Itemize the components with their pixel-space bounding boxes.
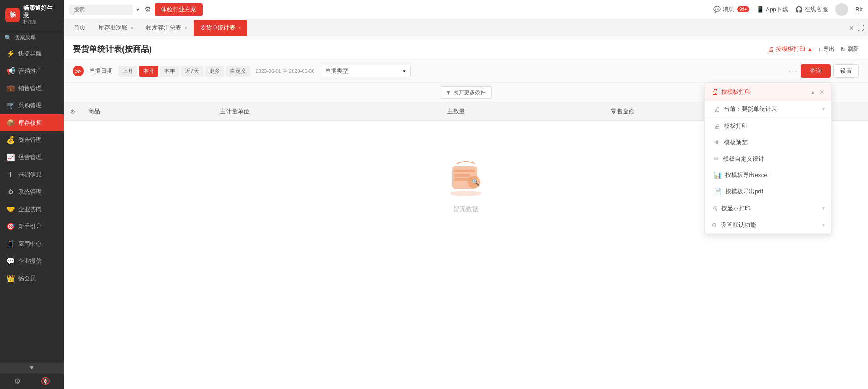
refresh-btn[interactable]: ↻ 刷新 <box>840 45 859 53</box>
tab-window-close-btn[interactable]: × <box>849 24 853 32</box>
topbar-messages[interactable]: 💬 消息 99+ <box>713 5 749 14</box>
apps-icon: 📱 <box>6 240 15 248</box>
table-col-qty: 主数量 <box>441 103 604 121</box>
dropdown-item-template-design[interactable]: ✏ 模板自定义设计 <box>705 151 831 167</box>
tab-close-3[interactable]: × <box>238 25 241 30</box>
template-preview-label: 模板预览 <box>724 138 825 147</box>
topbar-dropdown-btn[interactable]: ▾ <box>136 6 139 13</box>
sidebar-item-basic[interactable]: ℹ 基础信息 <box>0 166 64 183</box>
filter-settings-btn[interactable]: 设置 <box>833 64 859 78</box>
sidebar-item-label: 经营管理 <box>18 153 42 162</box>
empty-text: 暂无数据 <box>453 205 479 213</box>
dropdown-chevron-btn[interactable]: ▲ <box>810 89 816 96</box>
system-icon: ⚙ <box>6 188 15 196</box>
date-last-month-btn[interactable]: 上月 <box>118 66 137 77</box>
sidebar-item-enterprise[interactable]: 🤝 企业协同 <box>0 201 64 218</box>
tabs-bar: 首页 库存批次账 × 收发存汇总表 × 要货单统计表 × × ⛶ <box>64 19 868 37</box>
topbar-online-service[interactable]: 🎧 在线客服 <box>795 5 828 14</box>
tab-window-max-btn[interactable]: ⛶ <box>857 24 864 32</box>
filter-right-actions: ··· 查询 设置 <box>788 64 859 78</box>
sidebar-item-sales[interactable]: 💼 销售管理 <box>0 80 64 97</box>
messages-icon: 💬 <box>713 6 721 13</box>
export-label: 导出 <box>823 45 835 53</box>
sidebar-item-purchase[interactable]: 🛒 采购管理 <box>0 97 64 114</box>
query-btn[interactable]: 查询 <box>801 64 831 78</box>
tab-receipt-summary-label: 收发存汇总表 <box>146 24 181 32</box>
sidebar-item-label: 企业微信 <box>18 257 42 265</box>
export-pdf-icon: 📄 <box>714 188 722 195</box>
template-preview-icon: 👁 <box>714 139 720 146</box>
template-print-label: 模板打印 <box>724 122 825 130</box>
page-actions: 🖨 按模板打印 ▲ ↑ 导出 ↻ 刷新 <box>768 45 859 53</box>
dropdown-item-template-preview[interactable]: 👁 模板预览 <box>705 134 831 151</box>
topbar-settings-btn[interactable]: ⚙ <box>145 5 151 14</box>
current-template-arrow: ▾ <box>822 106 825 112</box>
dropdown-header: 🖨 按模板打印 ▲ ✕ <box>705 83 831 101</box>
sidebar-item-finance[interactable]: 💰 资金管理 <box>0 131 64 149</box>
tab-order-stats-label: 要货单统计表 <box>200 24 235 32</box>
sidebar-item-system[interactable]: ⚙ 系统管理 <box>0 183 64 201</box>
tab-close-2[interactable]: × <box>184 25 187 30</box>
sidebar-item-member[interactable]: 👑 畅会员 <box>0 270 64 287</box>
app-badge: 标准版 <box>23 19 58 25</box>
dropdown-close-btn[interactable]: ✕ <box>819 88 825 96</box>
sidebar-search-menu[interactable]: 🔍 搜索菜单 <box>0 30 64 45</box>
date-current-month-btn[interactable]: 本月 <box>139 66 158 77</box>
sidebar-scroll-down[interactable]: ▼ <box>0 363 64 373</box>
headset-icon: 🎧 <box>795 6 803 13</box>
dropdown-print-items: 🖨 模板打印 👁 模板预览 ✏ 模板自定义设计 📊 按模板导出excel 📄 <box>705 118 831 200</box>
topbar-search-input[interactable] <box>69 5 133 15</box>
export-pdf-label: 按模板导出pdf <box>725 187 825 196</box>
sidebar-item-quick-nav[interactable]: ⚡ 快捷导航 <box>0 45 64 62</box>
app-download-label: App下载 <box>766 5 788 14</box>
table-col-settings[interactable]: ⚙ <box>64 103 82 121</box>
marketing-icon: 📢 <box>6 67 15 75</box>
date-custom-btn[interactable]: 自定义 <box>226 66 250 77</box>
dropdown-item-template-print[interactable]: 🖨 模板打印 <box>705 118 831 134</box>
tab-inventory-batch[interactable]: 库存批次账 × <box>92 20 140 36</box>
sidebar-item-wechat[interactable]: 💬 企业微信 <box>0 253 64 270</box>
default-function-arrow: ▾ <box>822 222 825 228</box>
app-logo-icon: 畅 <box>5 8 20 22</box>
date-more-btn[interactable]: 更多 <box>205 66 224 77</box>
export-btn[interactable]: ↑ 导出 <box>818 45 835 53</box>
svg-rect-2 <box>454 170 475 172</box>
display-print-header[interactable]: 🖨 按显示打印 ▾ <box>705 200 831 217</box>
footer-settings-btn[interactable]: ⚙ <box>14 377 20 385</box>
expand-more-conditions-btn[interactable]: ▼ 展开更多条件 <box>440 86 492 99</box>
default-function-header[interactable]: ⚙ 设置默认功能 ▾ <box>705 217 831 233</box>
order-type-label: 单据类型 <box>325 67 401 75</box>
trial-btn[interactable]: 体验行业方案 <box>155 3 203 16</box>
current-template-icon: 🖨 <box>714 106 720 113</box>
sidebar-item-marketing[interactable]: 📢 营销推广 <box>0 62 64 80</box>
column-settings-icon[interactable]: ⚙ <box>70 108 75 115</box>
template-print-icon: 🖨 <box>714 122 720 130</box>
filter-more-btn[interactable]: ··· <box>788 66 798 76</box>
display-print-icon: 🖨 <box>711 205 718 212</box>
tab-home[interactable]: 首页 <box>67 20 92 36</box>
sidebar-item-label: 资金管理 <box>18 136 42 144</box>
tab-close-1[interactable]: × <box>130 25 133 30</box>
print-template-btn[interactable]: 🖨 按模板打印 ▲ <box>768 45 813 53</box>
dropdown-item-export-pdf[interactable]: 📄 按模板导出pdf <box>705 183 831 200</box>
app-logo-text: 畅康通好生意 标准版 <box>23 5 58 25</box>
tab-receipt-summary[interactable]: 收发存汇总表 × <box>140 20 193 36</box>
date-7days-btn[interactable]: 近7天 <box>181 66 203 77</box>
order-type-select[interactable]: 单据类型 ▾ <box>320 65 411 77</box>
date-year-btn[interactable]: 本年 <box>160 66 179 77</box>
sidebar-item-apps[interactable]: 📱 应用中心 <box>0 235 64 253</box>
sidebar-item-guide[interactable]: 🎯 新手引导 <box>0 218 64 235</box>
tab-order-stats[interactable]: 要货单统计表 × <box>194 20 247 36</box>
quick-nav-icon: ⚡ <box>6 50 15 58</box>
dropdown-item-export-excel[interactable]: 📊 按模板导出excel <box>705 167 831 183</box>
sidebar-item-inventory[interactable]: 📦 库存核算 <box>0 114 64 131</box>
display-print-label: 按显示打印 <box>721 204 822 212</box>
topbar-app-download[interactable]: 📱 App下载 <box>757 5 788 14</box>
dropdown-current-template[interactable]: 🖨 当前：要货单统计表 ▾ <box>705 101 831 117</box>
footer-audio-btn[interactable]: 🔇 <box>41 377 50 385</box>
display-print-arrow: ▾ <box>822 205 825 212</box>
filter-expand-btn[interactable]: ≫ <box>73 66 84 76</box>
date-filter-label: 单据日期 <box>89 67 113 75</box>
sidebar-item-operations[interactable]: 📈 经营管理 <box>0 149 64 166</box>
user-avatar[interactable] <box>835 3 848 16</box>
